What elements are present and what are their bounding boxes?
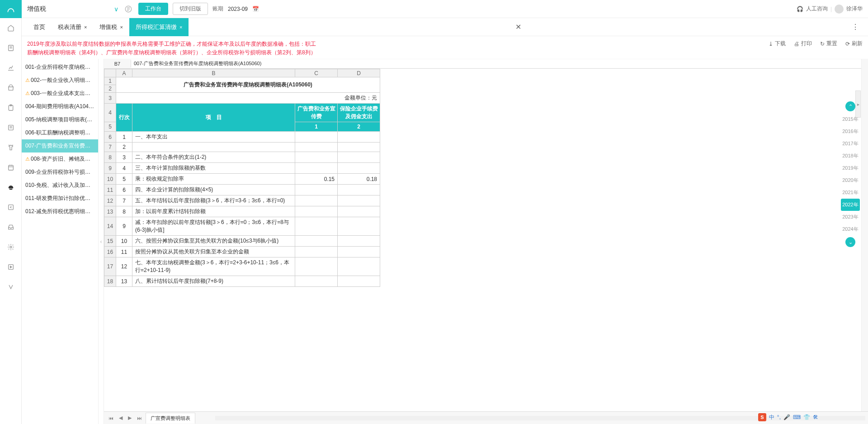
form-list-item[interactable]: 004-期间费用明细表(A1040... <box>22 100 98 113</box>
line-number-cell[interactable]: 2 <box>116 143 132 152</box>
value-cell[interactable] <box>295 206 338 217</box>
row-header[interactable]: 14 <box>104 217 116 236</box>
year-scroll-up[interactable]: ⌃ <box>845 101 855 111</box>
value-cell[interactable] <box>338 132 380 143</box>
year-item[interactable]: 2018年 <box>841 150 860 162</box>
calendar-icon[interactable] <box>5 162 16 173</box>
cell-reference[interactable]: B7 <box>104 60 131 67</box>
value-cell[interactable]: 0.15 <box>295 174 338 185</box>
value-cell[interactable] <box>338 143 380 152</box>
form-icon[interactable] <box>5 122 16 133</box>
close-icon[interactable]: × <box>84 24 87 30</box>
form-list-item[interactable]: 001-企业所得税年度纳税申... <box>22 61 98 74</box>
period-value[interactable]: 2023-09 <box>228 6 248 12</box>
line-number-cell[interactable]: 4 <box>116 163 132 174</box>
form-list-item[interactable]: 007-广告费和业务宣传费跨... <box>22 139 98 152</box>
item-cell[interactable]: 四、本企业计算的扣除限额(4×5) <box>132 185 295 195</box>
value-cell[interactable] <box>338 185 380 195</box>
ime-logo[interactable]: S <box>758 413 766 421</box>
line-number-cell[interactable]: 9 <box>116 217 132 236</box>
item-cell[interactable]: 乘：税收规定扣除率 <box>132 174 295 185</box>
sheet-nav-next[interactable]: ▶ <box>126 415 133 421</box>
col-header[interactable]: C <box>295 69 338 77</box>
value-cell[interactable] <box>338 257 380 276</box>
col-header[interactable]: B <box>132 69 295 77</box>
switch-old-button[interactable]: 切到旧版 <box>173 3 208 15</box>
year-item[interactable]: 2017年 <box>841 138 860 150</box>
line-number-cell[interactable]: 3 <box>116 152 132 163</box>
item-cell[interactable]: 加：以前年度累计结转扣除额 <box>132 206 295 217</box>
inbox-icon[interactable] <box>5 222 16 233</box>
line-number-cell[interactable]: 10 <box>116 236 132 247</box>
ime-skin-icon[interactable]: 👕 <box>803 414 810 420</box>
header-item[interactable]: 项 目 <box>132 104 295 132</box>
ime-toolbox-icon[interactable]: 🛠 <box>813 414 818 420</box>
value-cell[interactable] <box>338 152 380 163</box>
item-cell[interactable] <box>132 143 295 152</box>
value-cell[interactable] <box>338 276 380 287</box>
download-button[interactable]: ⤓下载 <box>769 40 786 48</box>
line-number-cell[interactable]: 5 <box>116 174 132 185</box>
form-list-item[interactable]: ⚠002-一般企业收入明细表(A... <box>22 74 98 87</box>
year-item[interactable]: 2024年 <box>841 223 860 235</box>
year-item[interactable]: 2023年 <box>841 211 860 223</box>
row-header[interactable]: 10 <box>104 174 116 185</box>
year-item[interactable]: 2022年 <box>841 199 860 211</box>
value-cell[interactable] <box>338 217 380 236</box>
chart-icon[interactable] <box>5 62 16 73</box>
line-number-cell[interactable]: 6 <box>116 185 132 195</box>
value-cell[interactable] <box>295 276 338 287</box>
collapse-handle[interactable]: ‹ <box>99 59 104 424</box>
subheader-c[interactable]: 1 <box>295 122 338 132</box>
value-cell[interactable] <box>338 206 380 217</box>
tabs-more-icon[interactable]: ⋮ <box>848 23 863 31</box>
close-icon[interactable]: × <box>179 24 182 30</box>
ime-mic-icon[interactable]: 🎤 <box>783 414 790 420</box>
doc-icon[interactable] <box>5 43 16 53</box>
item-cell[interactable]: 二、本年符合条件的支出(1-2) <box>132 152 295 163</box>
row-header[interactable]: 8 <box>104 152 116 163</box>
sheet-nav-last[interactable]: ⏭ <box>135 415 144 421</box>
item-cell[interactable]: 一、本年支出 <box>132 132 295 143</box>
unit-label[interactable]: 金额单位：元 <box>116 93 380 104</box>
ime-keyboard-icon[interactable]: ⌨ <box>793 414 801 420</box>
form-list-item[interactable]: 012-减免所得税优惠明细表(... <box>22 205 98 218</box>
line-number-cell[interactable]: 8 <box>116 206 132 217</box>
value-cell[interactable] <box>295 185 338 195</box>
calendar-picker-icon[interactable]: 📅 <box>252 6 259 12</box>
form-list-item[interactable]: 005-纳税调整项目明细表(A1... <box>22 113 98 126</box>
value-cell[interactable] <box>295 247 338 257</box>
subheader-d[interactable]: 2 <box>338 122 380 132</box>
chevron-down-icon[interactable]: ∨ <box>114 5 118 13</box>
username[interactable]: 徐泽华 <box>846 5 863 13</box>
print-button[interactable]: 🖨打印 <box>794 40 812 48</box>
row-header[interactable]: 11 <box>104 185 116 195</box>
value-cell[interactable] <box>295 152 338 163</box>
year-item[interactable]: 2019年 <box>841 162 860 174</box>
value-cell[interactable] <box>295 236 338 247</box>
sheet-nav-prev[interactable]: ◀ <box>117 415 124 421</box>
value-cell[interactable] <box>338 247 380 257</box>
vertical-scrollbar[interactable] <box>861 59 868 411</box>
line-number-cell[interactable]: 1 <box>116 132 132 143</box>
value-cell[interactable] <box>338 195 380 206</box>
gear-icon[interactable] <box>5 242 16 252</box>
item-cell[interactable]: 八、累计结转以后年度扣除额(7+8-9) <box>132 276 295 287</box>
refresh-button[interactable]: ⟳刷新 <box>845 40 863 48</box>
line-number-cell[interactable]: 13 <box>116 276 132 287</box>
value-cell[interactable]: 0.18 <box>338 174 380 185</box>
row-header[interactable]: 6 <box>104 132 116 143</box>
year-item[interactable]: 2016年 <box>841 125 860 138</box>
refund-icon[interactable] <box>5 202 16 213</box>
year-item[interactable]: 2015年 <box>841 113 860 125</box>
col-header[interactable]: A <box>116 69 132 77</box>
value-cell[interactable] <box>295 132 338 143</box>
row-header[interactable]: 18 <box>104 276 116 287</box>
headset-icon[interactable]: 🎧 <box>797 6 803 12</box>
year-item[interactable]: 2021年 <box>841 186 860 199</box>
history-icon[interactable] <box>123 4 134 14</box>
ime-toolbar[interactable]: S 中 °, 🎤 ⌨ 👕 🛠 <box>758 413 818 421</box>
value-cell[interactable] <box>338 236 380 247</box>
item-cell[interactable]: 按照分摊协议从其他关联方归集至本企业的金额 <box>132 247 295 257</box>
home-icon[interactable] <box>5 23 16 33</box>
